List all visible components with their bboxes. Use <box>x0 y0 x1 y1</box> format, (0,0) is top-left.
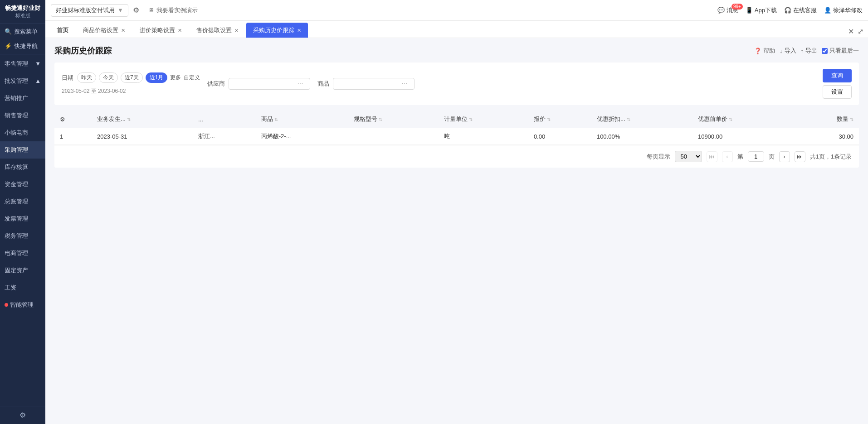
page-label: 第 <box>737 153 743 161</box>
user-label: 徐泽华修改 <box>833 6 863 14</box>
export-button[interactable]: ↑ 导出 <box>801 47 818 55</box>
tabs-right-actions: ✕ ⤢ <box>848 27 863 38</box>
last-only-checkbox-label[interactable]: 只看最后一 <box>822 47 859 55</box>
tab-close-icon[interactable]: ✕ <box>848 27 854 36</box>
date-btn-today[interactable]: 今天 <box>99 72 118 83</box>
tab-purchase-history-label: 采购历史价跟踪 <box>253 26 294 34</box>
sidebar-item-invoice[interactable]: 发票管理 <box>0 210 45 227</box>
sidebar-quick-nav[interactable]: ⚡ 快捷导航 <box>0 39 45 53</box>
sidebar-item-tax[interactable]: 税务管理 <box>0 227 45 245</box>
sidebar-search-label: 搜索菜单 <box>14 28 38 36</box>
demo-link[interactable]: 🖥 我要看实例演示 <box>148 6 198 14</box>
page-number-input[interactable] <box>748 151 764 162</box>
col-goods[interactable]: 商品 ⇅ <box>256 111 349 128</box>
user-button[interactable]: 👤 徐泽华修改 <box>824 6 863 14</box>
sidebar-item-ecommerce-small[interactable]: 小畅电商 <box>0 124 45 141</box>
next-page-btn[interactable]: › <box>779 151 790 162</box>
close-icon[interactable]: ✕ <box>178 28 182 34</box>
sidebar-search[interactable]: 🔍 搜索菜单 <box>0 24 45 39</box>
date-btn-7days[interactable]: 近7天 <box>121 72 143 83</box>
sidebar-item-sales[interactable]: 销售管理 <box>0 107 45 124</box>
page-size-select[interactable]: 20 50 100 <box>675 151 702 162</box>
sidebar-item-finance[interactable]: 资金管理 <box>0 176 45 193</box>
first-page-btn[interactable]: ⏮ <box>707 151 717 162</box>
sidebar-item-salary[interactable]: 工资 <box>0 279 45 296</box>
sort-icon[interactable]: ⇅ <box>274 117 278 122</box>
col-more[interactable]: ... <box>193 111 256 128</box>
sidebar-item-marketing[interactable]: 营销推广 <box>0 90 45 107</box>
sidebar-item-intelligence[interactable]: 智能管理 <box>0 296 45 313</box>
cell-supplier: 浙江... <box>193 128 256 145</box>
sort-icon[interactable]: ⇅ <box>127 117 131 122</box>
col-spec[interactable]: 规格型号 ⇅ <box>348 111 438 128</box>
tab-home-label: 首页 <box>57 26 68 34</box>
col-unit[interactable]: 计量单位 ⇅ <box>439 111 528 128</box>
supplier-input[interactable] <box>233 81 296 87</box>
filter-area: 日期 昨天 今天 近7天 近1月 更多 自定义 2023-05-02 至 202… <box>54 63 859 105</box>
cell-quantity: 30.00 <box>796 128 859 145</box>
close-icon[interactable]: ✕ <box>121 28 125 34</box>
tab-purchase-history[interactable]: 采购历史价跟踪 ✕ <box>246 23 308 38</box>
tab-purchase-strategy[interactable]: 进价策略设置 ✕ <box>133 23 189 38</box>
tab-goods-price[interactable]: 商品价格设置 ✕ <box>76 23 132 38</box>
chevron-down-icon: ▼ <box>117 7 123 14</box>
tab-sale-price[interactable]: 售价提取设置 ✕ <box>190 23 245 38</box>
sort-icon[interactable]: ⇅ <box>547 117 551 122</box>
service-button[interactable]: 🎧 在线客服 <box>784 6 817 14</box>
sort-icon[interactable]: ⇅ <box>627 117 630 122</box>
demo-link-label: 我要看实例演示 <box>156 6 198 14</box>
sidebar-item-assets[interactable]: 固定资产 <box>0 262 45 279</box>
prev-page-btn[interactable]: ‹ <box>722 151 733 162</box>
last-only-checkbox[interactable] <box>822 48 828 54</box>
message-button[interactable]: 💬 消息 99+ <box>717 6 738 14</box>
sidebar-item-inventory[interactable]: 库存核算 <box>0 159 45 176</box>
date-btn-1month[interactable]: 近1月 <box>146 72 168 83</box>
date-filter-label: 日期 <box>62 74 73 82</box>
cell-goods: 丙烯酸-2-... <box>256 128 349 145</box>
demo-icon: 🖥 <box>148 7 154 14</box>
sort-icon[interactable]: ⇅ <box>469 117 473 122</box>
date-btn-yesterday[interactable]: 昨天 <box>77 72 96 83</box>
sidebar-finance-label: 资金管理 <box>5 180 41 188</box>
sidebar-item-purchase[interactable]: 采购管理 <box>0 141 45 159</box>
app-download-button[interactable]: 📱 App下载 <box>746 6 777 14</box>
date-custom-btn[interactable]: 自定义 <box>184 74 200 82</box>
sort-icon[interactable]: ⇅ <box>729 117 732 122</box>
supplier-more-icon[interactable]: ··· <box>297 80 303 88</box>
close-icon[interactable]: ✕ <box>234 28 239 34</box>
product-selector[interactable]: 好业财标准版交付试用 ▼ <box>51 4 128 17</box>
sidebar-item-ecommerce[interactable]: 电商管理 <box>0 245 45 262</box>
tab-sale-price-label: 售价提取设置 <box>196 26 232 34</box>
col-quote[interactable]: 报价 ⇅ <box>528 111 591 128</box>
table-row: 1 2023-05-31 浙江... 丙烯酸-2-... 吨 0.00 100.… <box>54 128 859 145</box>
last-page-btn[interactable]: ⏭ <box>795 151 805 162</box>
goods-input[interactable] <box>337 81 400 87</box>
sort-icon[interactable]: ⇅ <box>850 117 853 122</box>
sidebar-item-retail[interactable]: 零售管理 ▼ <box>0 55 45 72</box>
import-button[interactable]: ↓ 导入 <box>780 47 796 55</box>
close-icon[interactable]: ✕ <box>297 28 301 34</box>
settings-gear-icon[interactable]: ⚙ <box>20 411 26 419</box>
col-settings[interactable]: ⚙ <box>54 111 92 128</box>
export-label: 导出 <box>805 47 817 55</box>
help-button[interactable]: ❓ 帮助 <box>754 47 775 55</box>
cell-unit: 吨 <box>439 128 528 145</box>
col-business-date[interactable]: 业务发生... ⇅ <box>92 111 193 128</box>
query-button[interactable]: 查询 <box>823 69 852 82</box>
col-pre-discount-price[interactable]: 优惠前单价 ⇅ <box>692 111 796 128</box>
col-quantity[interactable]: 数量 ⇅ <box>796 111 859 128</box>
sidebar-item-ledger[interactable]: 总账管理 <box>0 193 45 210</box>
sidebar-invoice-label: 发票管理 <box>5 215 41 223</box>
settings-button[interactable]: 设置 <box>823 85 852 99</box>
data-table: ⚙ 业务发生... ⇅ ... 商品 <box>54 111 859 145</box>
sidebar-bottom: ⚙ <box>0 406 45 424</box>
sort-icon[interactable]: ⇅ <box>379 117 382 122</box>
col-discount[interactable]: 优惠折扣... ⇅ <box>591 111 692 128</box>
import-icon: ↓ <box>780 48 783 54</box>
tab-home[interactable]: 首页 <box>50 23 75 38</box>
product-settings-icon[interactable]: ⚙ <box>133 6 139 14</box>
goods-more-icon[interactable]: ··· <box>401 80 407 88</box>
date-more-btn[interactable]: 更多 <box>170 74 181 82</box>
tab-expand-icon[interactable]: ⤢ <box>858 27 863 36</box>
sidebar-item-wholesale[interactable]: 批发管理 ▲ <box>0 72 45 90</box>
